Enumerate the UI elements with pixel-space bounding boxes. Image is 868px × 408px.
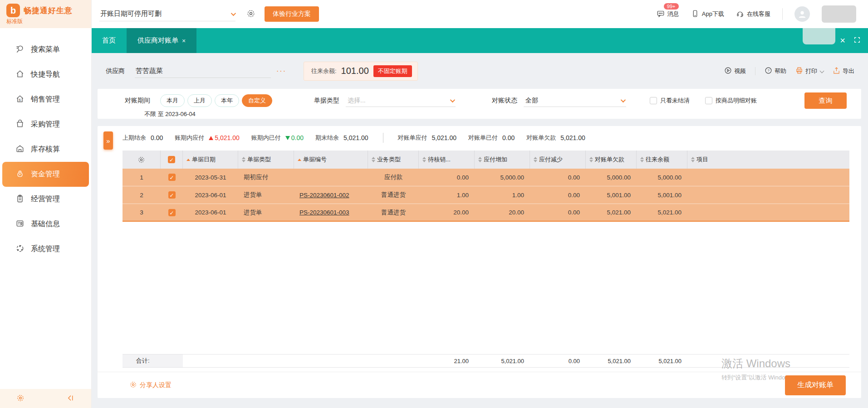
fullscreen-icon[interactable] — [853, 36, 861, 45]
checkbox-icon — [705, 97, 712, 104]
sidebar-item-inventory[interactable]: 库存核算 — [0, 137, 91, 162]
cell-doc-type: 进货单 — [238, 186, 294, 204]
svg-text:?: ? — [767, 68, 770, 73]
sidebar-item-purchase[interactable]: 采购管理 — [0, 112, 91, 137]
column-settings-gear-icon[interactable] — [123, 151, 161, 169]
export-button[interactable]: 导出 — [833, 67, 854, 76]
period-custom[interactable]: 自定义 — [242, 94, 272, 107]
doc-type-select[interactable]: 选择... — [346, 95, 456, 107]
sidebar-item-label: 搜索菜单 — [31, 45, 60, 54]
shopping-bag-icon — [15, 119, 25, 130]
search-button[interactable]: 查询 — [804, 92, 847, 109]
header-gear-icon[interactable] — [246, 9, 255, 19]
period-this-month[interactable]: 本月 — [160, 94, 185, 107]
column-header-doc-no[interactable]: 单据编号 — [294, 151, 368, 169]
messages-label: 消息 — [667, 10, 679, 18]
sidebar-item-quick-nav[interactable]: 快捷导航 — [0, 62, 91, 87]
share-settings-button[interactable]: 分享人设置 — [129, 381, 172, 390]
by-product-checkbox[interactable]: 按商品明细对账 — [705, 97, 757, 105]
tab-close-icon[interactable]: × — [182, 37, 186, 44]
app-download-label: App下载 — [702, 10, 724, 18]
close-all-tabs-icon[interactable]: × — [840, 35, 845, 46]
column-header-pending[interactable]: 待核销... — [419, 151, 475, 169]
print-button[interactable]: 打印 — [795, 67, 824, 76]
row-checkbox[interactable]: ✓ — [161, 204, 183, 221]
sidebar-item-operations[interactable]: 经营管理 — [0, 187, 91, 212]
unsettled-checkbox[interactable]: 只看未结清 — [650, 97, 690, 105]
tab-home[interactable]: 首页 — [91, 28, 127, 53]
row-number: 1 — [123, 169, 161, 186]
settings-gear-icon[interactable] — [16, 394, 25, 403]
sidebar-item-funds[interactable]: ¥ 资金管理 — [2, 162, 89, 187]
status-value: 全部 — [525, 97, 538, 105]
messages-button[interactable]: 99+ 消息 — [657, 10, 679, 19]
sidebar-item-label: 基础信息 — [31, 219, 60, 229]
column-header-project[interactable]: 项目 — [687, 151, 849, 169]
divider — [782, 8, 783, 20]
expand-panel-button[interactable]: » — [103, 131, 113, 150]
video-button[interactable]: 视频 — [724, 67, 746, 76]
app-window: b 畅捷通好生意 标准版 搜索菜单 快捷导航 $ 销售管理 采购管理 — [0, 0, 868, 408]
sidebar-item-sales[interactable]: $ 销售管理 — [0, 87, 91, 112]
period-this-year[interactable]: 本年 — [215, 94, 239, 107]
table-row[interactable]: 1 ✓ 2023-05-31 期初应付 应付款 0.00 5,000.00 0.… — [123, 169, 849, 186]
online-support-button[interactable]: 在线客服 — [736, 10, 770, 19]
stat-label: 对账单应付 — [398, 134, 427, 142]
cell-decrease: 0.00 — [530, 186, 586, 204]
table-row[interactable]: 2 ✓ 2023-06-01 进货单 PS-20230601-002 普通进货 … — [123, 186, 849, 204]
sidebar-item-label: 销售管理 — [31, 95, 60, 104]
column-header-biz-type[interactable]: 业务类型 — [368, 151, 419, 169]
help-button[interactable]: ? 帮助 — [765, 67, 786, 76]
sidebar-item-label: 经营管理 — [31, 194, 60, 204]
row-checkbox[interactable]: ✓ — [161, 186, 183, 204]
column-header-doc-date[interactable]: 单据日期 — [183, 151, 238, 169]
home-icon — [15, 69, 25, 80]
column-header-balance[interactable]: 往来余额 — [637, 151, 687, 169]
stat-value: 5,021.00 — [560, 134, 585, 141]
sidebar: b 畅捷通好生意 标准版 搜索菜单 快捷导航 $ 销售管理 采购管理 — [0, 0, 91, 408]
cell-doc-type: 期初应付 — [238, 169, 294, 186]
account-set-value: 开账日期可停用可删 — [100, 10, 162, 18]
supplier-more-button[interactable]: ··· — [276, 67, 286, 75]
cell-doc-no: PS-20230601-002 — [294, 186, 368, 204]
totals-increase: 5,021.00 — [475, 355, 530, 367]
select-all-checkbox[interactable]: ✓ — [161, 151, 183, 169]
censored-overlay — [803, 28, 835, 44]
supplier-select[interactable]: 苦苦蔬菜 — [135, 64, 271, 78]
sidebar-item-search-menu[interactable]: 搜索菜单 — [0, 37, 91, 62]
collapse-sidebar-icon[interactable] — [67, 394, 75, 403]
column-header-doc-type[interactable]: 单据类型 — [238, 151, 294, 169]
cell-owed: 5,000.00 — [586, 169, 637, 186]
sidebar-footer — [0, 389, 91, 408]
account-set-dropdown[interactable]: 开账日期可停用可删 — [99, 7, 235, 21]
column-header-owed[interactable]: 对账单欠款 — [586, 151, 637, 169]
user-avatar[interactable] — [794, 6, 810, 22]
trial-solution-button[interactable]: 体验行业方案 — [265, 6, 319, 22]
period-last-month[interactable]: 上月 — [187, 94, 212, 107]
sidebar-item-system[interactable]: 系统管理 — [0, 237, 91, 262]
cell-doc-date: 2023-05-31 — [183, 169, 238, 186]
unsettled-label: 只看未结清 — [660, 97, 690, 105]
stat-value: 5,021.00 — [343, 134, 368, 141]
stat-label: 对账单欠款 — [526, 134, 556, 142]
divider — [383, 133, 383, 143]
play-circle-icon — [724, 67, 732, 76]
stat-value: 5,021.00 — [432, 134, 457, 141]
stat-label: 期末结余 — [315, 134, 339, 142]
generate-statement-button[interactable]: 生成对账单 — [785, 375, 846, 395]
sidebar-menu: 搜索菜单 快捷导航 $ 销售管理 采购管理 库存核算 ¥ 资金管理 — [0, 28, 91, 262]
sales-house-icon: $ — [15, 94, 25, 105]
column-header-decrease[interactable]: 应付减少 — [530, 151, 586, 169]
app-download-button[interactable]: App下载 — [691, 10, 724, 19]
brand-edition: 标准版 — [6, 18, 87, 25]
status-select[interactable]: 全部 — [524, 95, 626, 107]
doc-no-link[interactable]: PS-20230601-003 — [299, 209, 349, 216]
svg-text:$: $ — [19, 98, 21, 102]
doc-no-link[interactable]: PS-20230601-002 — [299, 192, 349, 199]
totals-decrease: 0.00 — [530, 355, 586, 367]
table-row[interactable]: 3 ✓ 2023-06-01 进货单 PS-20230601-003 普通进货 … — [123, 204, 849, 222]
column-header-increase[interactable]: 应付增加 — [475, 151, 530, 169]
row-checkbox[interactable]: ✓ — [161, 169, 183, 186]
sidebar-item-base-info[interactable]: 基础信息 — [0, 212, 91, 237]
tab-supplier-statement[interactable]: 供应商对账单 × — [127, 28, 196, 53]
